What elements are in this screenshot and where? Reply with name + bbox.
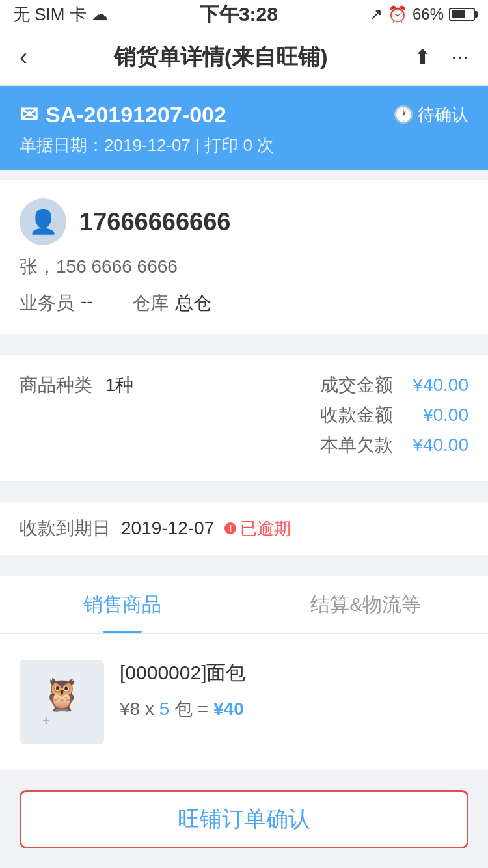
order-icon: ✉ bbox=[20, 102, 38, 128]
label-owed: 本单欠款 bbox=[320, 433, 393, 457]
summary-row-2: 本单欠款 ¥40.00 bbox=[320, 433, 468, 457]
product-image: 🦉 + bbox=[20, 660, 104, 744]
avatar-icon: 👤 bbox=[29, 208, 58, 236]
order-id: ✉ SA-20191207-002 bbox=[20, 102, 226, 128]
value-received: ¥0.00 bbox=[403, 405, 468, 426]
product-info: [0000002]面包 ¥8 x 5 包 = ¥40 bbox=[120, 660, 468, 722]
sales-value: -- bbox=[81, 291, 93, 316]
battery-text: 66% bbox=[413, 5, 444, 23]
owl-icon: 🦉 bbox=[42, 677, 81, 713]
order-header: ✉ SA-20191207-002 🕐 待确认 单据日期：2019-12-07 … bbox=[0, 86, 488, 170]
more-icon[interactable]: ··· bbox=[451, 45, 468, 69]
product-qty: 5 bbox=[159, 699, 170, 719]
product-thumbnail: 🦉 + bbox=[42, 677, 81, 728]
status-right: ↗ ⏰ 66% bbox=[370, 5, 475, 23]
plus-icon: + bbox=[42, 713, 81, 728]
location-icon: ↗ bbox=[370, 5, 383, 23]
order-status: 🕐 待确认 bbox=[393, 103, 468, 126]
confirm-order-button[interactable]: 旺铺订单确认 bbox=[20, 790, 468, 848]
alarm-icon: ⏰ bbox=[388, 5, 407, 23]
status-left: 无 SIM 卡 ☁ bbox=[13, 3, 108, 26]
page-title: 销货单详情(来自旺铺) bbox=[114, 42, 328, 72]
summary-row-1: 收款金额 ¥0.00 bbox=[320, 403, 468, 427]
sales-meta: 业务员 -- bbox=[20, 291, 93, 316]
clock-icon: 🕐 bbox=[393, 105, 414, 125]
back-button[interactable]: ‹ bbox=[20, 44, 27, 71]
tab-settlement[interactable]: 结算&物流等 bbox=[244, 576, 488, 633]
share-icon[interactable]: ⬆ bbox=[414, 45, 431, 70]
warehouse-label: 仓库 bbox=[132, 291, 169, 316]
nav-actions: ⬆ ··· bbox=[414, 45, 468, 70]
warehouse-value: 总仓 bbox=[175, 291, 211, 316]
confirm-button-wrap: 旺铺订单确认 bbox=[0, 777, 488, 868]
summary-right: 成交金额 ¥40.00 收款金额 ¥0.00 本单欠款 ¥40.00 bbox=[320, 373, 468, 463]
tab-products[interactable]: 销售商品 bbox=[0, 576, 244, 633]
divider-4 bbox=[0, 565, 488, 576]
product-name: [0000002]面包 bbox=[120, 660, 468, 686]
nav-bar: ‹ 销货单详情(来自旺铺) ⬆ ··· bbox=[0, 29, 488, 86]
divider-3 bbox=[0, 491, 488, 502]
overdue-text: 已逾期 bbox=[240, 517, 291, 540]
divider-1 bbox=[0, 170, 488, 180]
product-total: ¥40 bbox=[213, 699, 244, 719]
sales-label: 业务员 bbox=[20, 291, 74, 316]
order-date: 单据日期：2019-12-07 | 打印 0 次 bbox=[20, 134, 468, 157]
customer-phone: 17666666666 bbox=[79, 208, 230, 236]
status-time: 下午3:28 bbox=[200, 1, 278, 28]
product-list: 🦉 + [0000002]面包 ¥8 x 5 包 = ¥40 bbox=[0, 634, 488, 770]
tabs-container: 销售商品 结算&物流等 bbox=[0, 576, 488, 634]
tab-indicator bbox=[103, 631, 142, 633]
divider-2 bbox=[0, 344, 488, 355]
overdue-icon: ! bbox=[224, 522, 236, 534]
overdue-badge: ! 已逾期 bbox=[224, 517, 291, 540]
tab-products-label: 销售商品 bbox=[83, 591, 161, 618]
product-type-section: 商品种类 1种 bbox=[20, 373, 133, 398]
status-bar: 无 SIM 卡 ☁ 下午3:28 ↗ ⏰ 66% bbox=[0, 0, 488, 29]
customer-meta: 业务员 -- 仓库 总仓 bbox=[20, 291, 468, 316]
product-type-value: 1种 bbox=[105, 375, 134, 395]
customer-name: 张，156 6666 6666 bbox=[20, 254, 468, 279]
due-date-card: 收款到期日 2019-12-07 ! 已逾期 bbox=[0, 502, 488, 555]
label-deal: 成交金额 bbox=[320, 373, 393, 398]
no-sim-text: 无 SIM 卡 ☁ bbox=[13, 3, 108, 26]
product-price-row: ¥8 x 5 包 = ¥40 bbox=[120, 697, 468, 722]
value-deal: ¥40.00 bbox=[403, 375, 468, 396]
due-label: 收款到期日 bbox=[20, 516, 111, 541]
summary-row-0: 成交金额 ¥40.00 bbox=[320, 373, 468, 398]
due-date-value: 2019-12-07 bbox=[121, 518, 214, 539]
warehouse-meta: 仓库 总仓 bbox=[132, 291, 211, 316]
battery-icon bbox=[449, 8, 475, 21]
label-received: 收款金额 bbox=[320, 403, 393, 427]
customer-card: 👤 17666666666 张，156 6666 6666 业务员 -- 仓库 … bbox=[0, 180, 488, 334]
tab-settlement-label: 结算&物流等 bbox=[310, 591, 421, 618]
customer-avatar: 👤 bbox=[20, 198, 66, 245]
product-type-label: 商品种类 bbox=[20, 375, 92, 395]
summary-card: 商品种类 1种 成交金额 ¥40.00 收款金额 ¥0.00 本单欠款 ¥40.… bbox=[0, 355, 488, 481]
value-owed: ¥40.00 bbox=[403, 435, 468, 455]
tabs: 销售商品 结算&物流等 bbox=[0, 576, 488, 633]
product-item-0: 🦉 + [0000002]面包 ¥8 x 5 包 = ¥40 bbox=[0, 647, 488, 757]
